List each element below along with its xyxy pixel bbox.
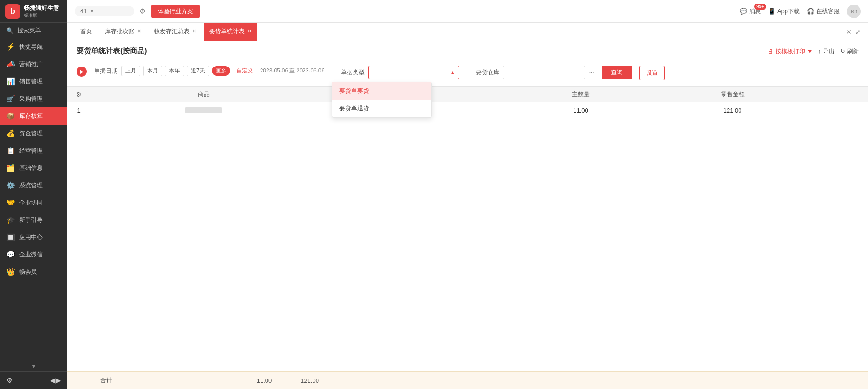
- page-title-row: 要货单统计表(按商品) 🖨 按模板打印 ▼ ↑ 导出 ↻ 刷新: [67, 41, 868, 60]
- top-header: 41 ▼ ⚙ 体验行业方案 💬 消息 99+ 📱 App下载 🎧 在线客服 Ri…: [67, 0, 868, 23]
- sidebar-item-marketing[interactable]: 📣 营销推广: [0, 56, 67, 73]
- sidebar-item-member[interactable]: 👑 畅会员: [0, 263, 67, 281]
- footer-amount: 121.00: [287, 377, 333, 384]
- print-icon: 🖨: [768, 48, 774, 55]
- inventory-icon: 📦: [6, 112, 15, 120]
- collapse-icon[interactable]: ◀▶: [50, 376, 61, 384]
- tab-home[interactable]: 首页: [75, 23, 98, 41]
- tab-receipts-label: 收发存汇总表: [154, 27, 190, 36]
- trial-button[interactable]: 体验行业方案: [151, 5, 200, 18]
- sidebar-item-label: 企业微信: [19, 251, 43, 259]
- sales-icon: 📊: [6, 77, 15, 86]
- search-menu-label: 搜索菜单: [17, 26, 41, 35]
- type-filter-label: 单据类型: [341, 68, 365, 77]
- col-settings[interactable]: ⚙: [67, 87, 90, 102]
- header-search-box[interactable]: 41 ▼: [75, 6, 134, 16]
- warehouse-filter-label: 要货仓库: [476, 68, 499, 77]
- export-button[interactable]: ↑ 导出: [818, 47, 835, 56]
- col-qty: 主数量: [512, 87, 649, 102]
- tab-batch[interactable]: 库存批次账 ✕: [99, 23, 147, 41]
- print-dropdown-icon: ▼: [807, 48, 813, 55]
- tab-receipts[interactable]: 收发存汇总表 ✕: [149, 23, 202, 41]
- page-title: 要货单统计表(按商品): [77, 46, 147, 56]
- page-content: 要货单统计表(按商品) 🖨 按模板打印 ▼ ↑ 导出 ↻ 刷新 ▶: [67, 41, 868, 389]
- sidebar-item-basic[interactable]: 🗂️ 基础信息: [0, 159, 67, 177]
- warehouse-input[interactable]: [503, 66, 585, 79]
- sidebar-item-appstore[interactable]: 🔲 应用中心: [0, 229, 67, 246]
- tab-order-stats[interactable]: 要货单统计表 ✕: [204, 23, 257, 41]
- tab-order-stats-label: 要货单统计表: [209, 27, 245, 36]
- avatar-text: Rit: [851, 9, 857, 14]
- notification-badge[interactable]: 💬 消息 99+: [740, 7, 761, 15]
- header-gear-icon[interactable]: ⚙: [139, 7, 146, 15]
- header-right: 💬 消息 99+ 📱 App下载 🎧 在线客服 Rit: [740, 5, 861, 18]
- sidebar-item-label: 基础信息: [19, 164, 43, 172]
- cell-goods: ████ ██: [90, 102, 318, 118]
- tab-receipts-close[interactable]: ✕: [192, 28, 196, 34]
- online-service[interactable]: 🎧 在线客服: [807, 7, 840, 15]
- footer-qty: 11.00: [241, 377, 287, 384]
- search-menu-item[interactable]: 🔍 搜索菜单: [0, 23, 67, 38]
- table-footer: 合计 11.00 121.00: [67, 371, 868, 389]
- date-btn-this-month[interactable]: 本月: [143, 66, 162, 76]
- settings-button[interactable]: 设置: [639, 66, 665, 80]
- sidebar-item-finance[interactable]: 💰 资金管理: [0, 125, 67, 142]
- sidebar-item-label: 库存核算: [19, 112, 43, 120]
- print-button[interactable]: 🖨 按模板打印 ▼: [768, 47, 813, 56]
- sidebar-footer: ⚙ ◀▶: [0, 371, 67, 389]
- tab-batch-close[interactable]: ✕: [137, 28, 141, 34]
- col-goods: 商品: [90, 87, 318, 102]
- col-settings-icon: ⚙: [76, 91, 82, 98]
- query-button[interactable]: 查询: [602, 66, 632, 79]
- sidebar-item-operations[interactable]: 📋 经营管理: [0, 142, 67, 159]
- wechat-icon: 💬: [6, 251, 15, 259]
- finance-icon: 💰: [6, 129, 15, 138]
- notification-count: 99+: [754, 4, 766, 10]
- tab-order-stats-close[interactable]: ✕: [247, 28, 252, 34]
- sidebar-item-label: 新手引导: [19, 216, 43, 224]
- date-btn-this-year[interactable]: 本年: [165, 66, 184, 76]
- sidebar-item-label: 营销推广: [19, 60, 43, 68]
- sidebar-item-enterprise[interactable]: 🤝 企业协同: [0, 194, 67, 211]
- cell-qty: 11.00: [512, 102, 649, 118]
- date-btn-7days[interactable]: 近7天: [187, 66, 209, 76]
- export-label: 导出: [823, 47, 835, 56]
- table-area: ⚙ 商品 主计量单位 主数量 零售金额 1 ████ ██: [67, 86, 868, 371]
- settings-footer-icon[interactable]: ⚙: [6, 376, 12, 384]
- export-icon: ↑: [818, 48, 822, 55]
- app-name: 畅捷通好生意: [24, 4, 59, 12]
- date-quick-buttons: 上月 本月 本年 近7天 更多 自定义: [121, 66, 257, 76]
- sidebar-item-purchase[interactable]: 🛒 采购管理: [0, 90, 67, 107]
- operations-icon: 📋: [6, 147, 15, 155]
- date-btn-more[interactable]: 更多: [212, 66, 230, 76]
- refresh-button[interactable]: ↻ 刷新: [840, 47, 859, 56]
- goods-name-blurred: ████ ██: [185, 107, 222, 113]
- download-icon: 📱: [768, 8, 776, 15]
- tabs-bar: 首页 库存批次账 ✕ 收发存汇总表 ✕ 要货单统计表 ✕ ✕ ⤢: [67, 23, 868, 41]
- logo-icon: b: [5, 4, 20, 19]
- filter-expand-button[interactable]: ▶: [77, 67, 87, 77]
- avatar[interactable]: Rit: [847, 5, 861, 18]
- date-btn-last-month[interactable]: 上月: [121, 66, 140, 76]
- dropdown-item-order-return[interactable]: 要货单退货: [332, 100, 431, 117]
- sidebar-item-wechat[interactable]: 💬 企业微信: [0, 246, 67, 263]
- app-download[interactable]: 📱 App下载: [768, 7, 800, 15]
- quick-nav-icon: ⚡: [6, 43, 15, 51]
- tab-maximize[interactable]: ⤢: [855, 28, 861, 36]
- sidebar-item-label: 销售管理: [19, 77, 43, 86]
- sidebar-scroll-down[interactable]: ▼: [31, 363, 36, 369]
- type-select[interactable]: ▲: [368, 66, 459, 79]
- date-custom-btn[interactable]: 自定义: [233, 66, 257, 76]
- sidebar-item-quick-nav[interactable]: ⚡ 快捷导航: [0, 38, 67, 56]
- sidebar-item-system[interactable]: ⚙️ 系统管理: [0, 177, 67, 194]
- sidebar-item-guide[interactable]: 🎓 新手引导: [0, 211, 67, 229]
- enterprise-icon: 🤝: [6, 199, 15, 207]
- tabs-right: ✕ ⤢: [846, 28, 861, 36]
- sidebar-item-inventory[interactable]: 📦 库存核算: [0, 107, 67, 125]
- tab-close-all[interactable]: ✕: [846, 28, 852, 36]
- filter-more-button[interactable]: ···: [589, 68, 595, 77]
- sidebar-item-sales[interactable]: 📊 销售管理: [0, 73, 67, 90]
- dropdown-item-order-goods[interactable]: 要货单要货: [332, 82, 431, 100]
- sidebar-item-label: 资金管理: [19, 129, 43, 138]
- date-filter-group: 单据日期 上月 本月 本年 近7天 更多 自定义 2023-05-06 至 20…: [94, 66, 324, 76]
